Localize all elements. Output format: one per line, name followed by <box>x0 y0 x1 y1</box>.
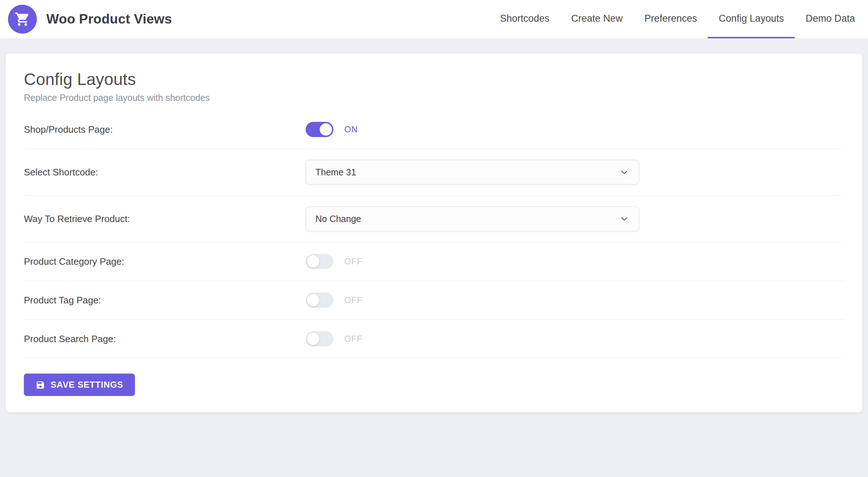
product-search-page-toggle[interactable] <box>306 331 333 346</box>
app-window: Woo Product Views ShortcodesCreate NewPr… <box>0 0 868 477</box>
config-layouts-card: Config Layouts Replace Product page layo… <box>6 54 862 412</box>
chevron-down-icon <box>619 214 629 224</box>
settings-rows: Shop/Products Page:ONSelect Shortcode:Th… <box>24 110 844 358</box>
tab-demo-data[interactable]: Demo Data <box>795 0 866 38</box>
setting-row-product-category-page: Product Category Page:OFF <box>24 242 844 281</box>
chevron-down-icon <box>619 167 629 177</box>
toggle-knob <box>307 333 319 345</box>
shop-products-page-toggle[interactable] <box>306 122 333 137</box>
setting-label: Shop/Products Page: <box>24 124 306 135</box>
toggle-state-label: ON <box>344 124 358 135</box>
page-title: Config Layouts <box>24 69 844 89</box>
toggle-knob <box>307 255 319 268</box>
brand-title: Woo Product Views <box>46 12 172 27</box>
shopping-cart-icon <box>8 5 37 34</box>
tab-shortcodes[interactable]: Shortcodes <box>489 0 561 38</box>
save-icon <box>35 380 45 390</box>
main-content: Config Layouts Replace Product page layo… <box>0 54 868 412</box>
setting-label: Select Shortcode: <box>24 167 306 178</box>
toggle-knob <box>320 123 332 136</box>
select-value: Theme 31 <box>315 167 619 178</box>
setting-row-product-search-page: Product Search Page:OFF <box>24 320 844 358</box>
save-settings-label: SAVE SETTINGS <box>51 380 123 390</box>
main-nav: ShortcodesCreate NewPreferencesConfig La… <box>489 0 868 38</box>
way-to-retrieve-product-select[interactable]: No Change <box>306 206 639 231</box>
select-shortcode-select[interactable]: Theme 31 <box>306 160 639 184</box>
toggle-knob <box>307 294 319 306</box>
tab-preferences[interactable]: Preferences <box>634 0 708 38</box>
setting-control: OFF <box>306 293 362 308</box>
setting-row-select-shortcode: Select Shortcode:Theme 31 <box>24 149 844 196</box>
tab-config-layouts[interactable]: Config Layouts <box>708 0 795 38</box>
brand: Woo Product Views <box>8 0 172 38</box>
setting-row-way-to-retrieve-product: Way To Retrieve Product:No Change <box>24 196 844 242</box>
product-category-page-toggle[interactable] <box>306 254 333 269</box>
setting-row-product-tag-page: Product Tag Page:OFF <box>24 281 844 320</box>
setting-label: Way To Retrieve Product: <box>24 213 306 225</box>
setting-control: OFF <box>306 331 362 346</box>
setting-label: Product Tag Page: <box>24 295 306 306</box>
toggle-state-label: OFF <box>344 256 362 267</box>
select-value: No Change <box>315 214 619 224</box>
setting-row-shop-products-page: Shop/Products Page:ON <box>24 110 844 149</box>
tab-create-new[interactable]: Create New <box>560 0 634 38</box>
setting-control: Theme 31 <box>306 160 639 184</box>
setting-control: OFF <box>306 254 362 269</box>
setting-label: Product Search Page: <box>24 333 306 345</box>
page-subtitle: Replace Product page layouts with shortc… <box>24 93 844 103</box>
save-settings-button[interactable]: SAVE SETTINGS <box>24 374 135 396</box>
toggle-state-label: OFF <box>344 334 362 344</box>
toggle-state-label: OFF <box>344 295 362 305</box>
setting-label: Product Category Page: <box>24 256 306 267</box>
product-tag-page-toggle[interactable] <box>306 293 333 308</box>
setting-control: No Change <box>306 206 639 231</box>
app-header: Woo Product Views ShortcodesCreate NewPr… <box>0 0 868 39</box>
setting-control: ON <box>306 122 358 137</box>
